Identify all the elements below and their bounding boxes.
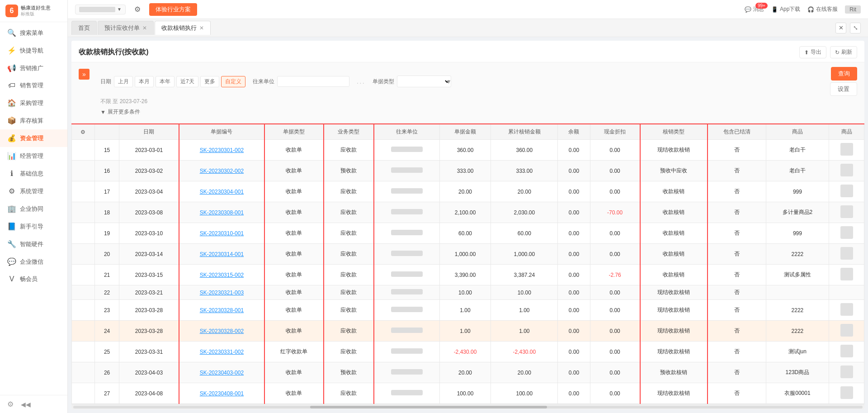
cell-doc-no[interactable]: SK-20230314-001 bbox=[179, 244, 265, 265]
date-btn-more[interactable]: 更多 bbox=[200, 76, 219, 87]
sidebar-settings-icon[interactable]: ⚙ bbox=[7, 400, 14, 408]
cell-checkbox[interactable] bbox=[72, 223, 95, 244]
cell-doc-no-link[interactable]: SK-20230408-001 bbox=[200, 390, 244, 397]
solution-btn[interactable]: 体验行业方案 bbox=[149, 3, 197, 16]
sidebar-item-guide[interactable]: 📘 新手引导 bbox=[0, 218, 67, 235]
cell-checkbox[interactable] bbox=[72, 202, 95, 223]
scrollbar-track[interactable] bbox=[73, 406, 863, 408]
refresh-btn[interactable]: ↻ 刷新 bbox=[830, 46, 857, 58]
tab-close-all-btn[interactable]: ✕ bbox=[835, 23, 846, 33]
sidebar-item-purchase[interactable]: 🏠 采购管理 bbox=[0, 94, 67, 112]
module-dropdown[interactable]: ▼ bbox=[75, 5, 126, 14]
cell-doc-no[interactable]: SK-20230408-001 bbox=[179, 383, 265, 404]
cell-doc-no[interactable]: SK-20230331-002 bbox=[179, 342, 265, 362]
th-partner[interactable]: 往来单位 bbox=[374, 124, 439, 140]
date-btn-thisyear[interactable]: 本年 bbox=[156, 76, 175, 87]
date-btn-thismonth[interactable]: 本月 bbox=[135, 76, 154, 87]
cell-doc-no[interactable]: SK-20230304-001 bbox=[179, 181, 265, 202]
cell-doc-no[interactable]: SK-20230301-002 bbox=[179, 140, 265, 161]
cell-doc-no[interactable]: SK-20230315-002 bbox=[179, 265, 265, 285]
cell-checkbox[interactable] bbox=[72, 181, 95, 202]
partner-input[interactable] bbox=[277, 76, 349, 87]
cell-doc-no[interactable]: SK-20230321-003 bbox=[179, 285, 265, 300]
th-biz-type[interactable]: 业务类型 bbox=[324, 124, 374, 140]
cell-checkbox[interactable] bbox=[72, 362, 95, 383]
th-product[interactable]: 商品 bbox=[766, 124, 829, 140]
cell-doc-no-link[interactable]: SK-20230308-001 bbox=[200, 209, 244, 216]
th-verified-amount[interactable]: 累计核销金额 bbox=[491, 124, 558, 140]
expand-more-btn[interactable]: ▼ 展开更多条件 bbox=[100, 108, 857, 116]
cell-doc-no-link[interactable]: SK-20230403-002 bbox=[200, 370, 244, 376]
date-btn-lastmonth[interactable]: 上月 bbox=[114, 76, 133, 87]
cell-checkbox[interactable] bbox=[72, 140, 95, 161]
sidebar-item-enterprise[interactable]: 🏢 企业协同 bbox=[0, 200, 67, 218]
online-service-btn[interactable]: 🎧 在线客服 bbox=[807, 5, 838, 13]
th-amount[interactable]: 单据金额 bbox=[439, 124, 491, 140]
cell-doc-no-link[interactable]: SK-20230328-002 bbox=[200, 328, 244, 334]
th-include-settled[interactable]: 包含已结清 bbox=[708, 124, 766, 140]
cell-doc-no[interactable]: SK-20230328-002 bbox=[179, 321, 265, 342]
user-name[interactable]: Rit bbox=[845, 5, 861, 14]
cell-doc-no-link[interactable]: SK-20230321-003 bbox=[200, 290, 244, 296]
cell-doc-no-link[interactable]: SK-20230302-002 bbox=[200, 168, 244, 174]
cell-doc-no[interactable]: SK-20230403-002 bbox=[179, 362, 265, 383]
th-doc-no[interactable]: 单据编号 bbox=[179, 124, 265, 140]
cell-doc-no-link[interactable]: SK-20230304-001 bbox=[200, 189, 244, 195]
query-btn[interactable]: 查询 bbox=[831, 67, 857, 81]
sidebar-item-hardware[interactable]: 🔧 智能硬件 bbox=[0, 235, 67, 253]
th-cash-discount[interactable]: 现金折扣 bbox=[590, 124, 640, 140]
th-date[interactable]: 日期 bbox=[119, 124, 179, 140]
sidebar-collapse-icon[interactable]: ◀◀ bbox=[21, 401, 31, 408]
cell-checkbox[interactable] bbox=[72, 285, 95, 300]
filter-setting-btn[interactable]: 设置 bbox=[830, 82, 857, 96]
cell-checkbox[interactable] bbox=[72, 383, 95, 404]
cell-doc-no[interactable]: SK-20230308-001 bbox=[179, 202, 265, 223]
th-settings[interactable]: ⚙ bbox=[72, 124, 95, 140]
sidebar-item-search[interactable]: 🔍 搜索菜单 bbox=[0, 24, 67, 42]
cell-doc-no-link[interactable]: SK-20230331-002 bbox=[200, 349, 244, 355]
cell-checkbox[interactable] bbox=[72, 321, 95, 342]
cell-doc-no-link[interactable]: SK-20230328-001 bbox=[200, 307, 244, 313]
tab-collection-nuclear-close[interactable]: ✕ bbox=[199, 25, 204, 31]
scrollbar-thumb[interactable] bbox=[310, 406, 547, 408]
cell-checkbox[interactable] bbox=[72, 265, 95, 285]
tab-collection-nuclear[interactable]: 收款核销执行 ✕ bbox=[155, 21, 211, 35]
cell-doc-no[interactable]: SK-20230302-002 bbox=[179, 161, 265, 181]
cell-doc-no[interactable]: SK-20230328-001 bbox=[179, 300, 265, 321]
sidebar-item-operations[interactable]: 📊 经营管理 bbox=[0, 147, 67, 165]
sidebar-item-basic[interactable]: ℹ 基础信息 bbox=[0, 165, 67, 182]
horizontal-scrollbar[interactable] bbox=[71, 404, 864, 409]
cell-doc-no-link[interactable]: SK-20230301-002 bbox=[200, 147, 244, 153]
sidebar-item-system[interactable]: ⚙ 系统管理 bbox=[0, 182, 67, 200]
cell-checkbox[interactable] bbox=[72, 342, 95, 362]
receipt-type-select[interactable] bbox=[397, 76, 451, 87]
app-download-btn[interactable]: 📱 App下载 bbox=[771, 5, 800, 13]
messages-btn[interactable]: 💬 消息 99+ bbox=[745, 5, 764, 13]
export-btn[interactable]: ⬆ 导出 bbox=[799, 46, 826, 58]
sidebar-item-sales[interactable]: 🏷 销售管理 bbox=[0, 77, 67, 94]
cell-doc-no[interactable]: SK-20230310-001 bbox=[179, 223, 265, 244]
tab-expand-btn[interactable]: ⤡ bbox=[850, 23, 861, 33]
th-product2[interactable]: 商品 bbox=[829, 124, 864, 140]
header-settings-btn[interactable]: ⚙ bbox=[131, 3, 144, 16]
sidebar-item-wechat[interactable]: 💬 企业微信 bbox=[0, 253, 67, 271]
tab-home[interactable]: 首页 bbox=[71, 21, 97, 35]
sidebar-item-member[interactable]: V 畅会员 bbox=[0, 271, 67, 288]
th-nuclear-type[interactable]: 核销类型 bbox=[640, 124, 708, 140]
filter-toggle-btn[interactable]: » bbox=[79, 69, 90, 80]
sidebar-item-finance[interactable]: 💰 资金管理 bbox=[0, 129, 67, 147]
cell-checkbox[interactable] bbox=[72, 161, 95, 181]
sidebar-item-quick[interactable]: ⚡ 快捷导航 bbox=[0, 42, 67, 59]
sidebar-item-inventory[interactable]: 📦 库存核算 bbox=[0, 112, 67, 129]
date-btn-7days[interactable]: 近7天 bbox=[176, 76, 198, 87]
cell-doc-no-link[interactable]: SK-20230315-002 bbox=[200, 272, 244, 278]
cell-doc-no-link[interactable]: SK-20230310-001 bbox=[200, 230, 244, 237]
th-doc-type[interactable]: 单据类型 bbox=[264, 124, 323, 140]
date-btn-custom[interactable]: 自定义 bbox=[221, 76, 245, 87]
cell-doc-no-link[interactable]: SK-20230314-001 bbox=[200, 251, 244, 257]
sidebar-item-marketing[interactable]: 📢 营销推广 bbox=[0, 59, 67, 77]
th-balance[interactable]: 余额 bbox=[558, 124, 590, 140]
cell-checkbox[interactable] bbox=[72, 300, 95, 321]
tab-pre-receivable-close[interactable]: ✕ bbox=[142, 25, 147, 31]
cell-checkbox[interactable] bbox=[72, 244, 95, 265]
